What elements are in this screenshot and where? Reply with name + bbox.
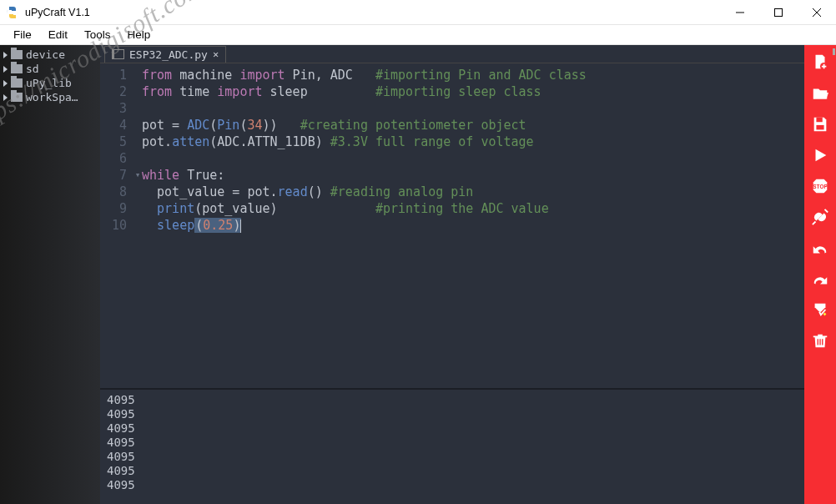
redo-icon[interactable] [808, 266, 833, 291]
sidebar-item-label: device [26, 48, 65, 61]
console-line: 4095 [107, 393, 798, 407]
app-icon [6, 6, 19, 19]
clear-icon[interactable] [808, 328, 833, 353]
folder-icon [11, 50, 23, 59]
maximize-button[interactable] [759, 0, 798, 25]
check-icon[interactable] [808, 297, 833, 322]
console-line: 4095 [107, 407, 798, 421]
tabbar: ESP32_ADC.py ✕ [100, 45, 804, 63]
svg-text:STOP: STOP [813, 184, 828, 189]
expand-arrow-icon [3, 52, 8, 58]
right-toolbar: STOP [804, 45, 836, 504]
open-file-icon[interactable] [808, 81, 833, 106]
fold-column: ▾ [133, 63, 142, 388]
svg-rect-2 [816, 118, 822, 123]
code-editor[interactable]: 12345678910 ▾ from machine import Pin, A… [100, 63, 804, 388]
sidebar-item-sd[interactable]: sd [0, 62, 100, 76]
serial-console[interactable]: 4095409540954095409540954095 [100, 388, 804, 504]
svg-rect-0 [775, 8, 783, 16]
expand-arrow-icon [3, 66, 8, 73]
folder-icon [11, 64, 23, 73]
console-line: 4095 [107, 464, 798, 478]
menu-edit[interactable]: Edit [40, 27, 76, 43]
expand-arrow-icon [3, 80, 8, 87]
menu-help[interactable]: Help [119, 27, 159, 43]
file-icon [112, 49, 124, 59]
stop-icon[interactable]: STOP [808, 174, 833, 199]
titlebar: uPyCraft V1.1 [0, 0, 836, 25]
connect-icon[interactable] [808, 204, 833, 229]
svg-rect-3 [816, 125, 823, 130]
window-title: uPyCraft V1.1 [25, 7, 90, 18]
menu-tools[interactable]: Tools [76, 27, 119, 43]
folder-icon [11, 93, 23, 102]
console-line: 4095 [107, 478, 798, 492]
sidebar: devicesduPy_libworkSpa… [0, 45, 100, 504]
close-button[interactable] [798, 0, 836, 25]
toolbar-scroll-indicator [833, 48, 835, 55]
sidebar-item-label: sd [26, 63, 39, 75]
minimize-button[interactable] [721, 0, 759, 25]
code-area[interactable]: from machine import Pin, ADC #importing … [142, 63, 804, 388]
expand-arrow-icon [3, 94, 8, 101]
menubar: File Edit Tools Help [0, 25, 836, 45]
tab-filename: ESP32_ADC.py [129, 48, 208, 61]
save-icon[interactable] [808, 112, 833, 137]
tab-file[interactable]: ESP32_ADC.py ✕ [104, 46, 226, 63]
sidebar-item-label: uPy_lib [26, 77, 72, 89]
new-file-icon[interactable] [808, 50, 833, 75]
tab-close-icon[interactable]: ✕ [213, 48, 219, 60]
sidebar-item-device[interactable]: device [0, 48, 100, 62]
sidebar-item-workSpa[interactable]: workSpa… [0, 90, 100, 104]
menu-file[interactable]: File [5, 27, 40, 43]
run-icon[interactable] [808, 143, 833, 168]
folder-icon [11, 78, 23, 88]
line-gutter: 12345678910 [100, 63, 133, 388]
undo-icon[interactable] [808, 235, 833, 260]
console-line: 4095 [107, 421, 798, 436]
console-line: 4095 [107, 436, 798, 450]
sidebar-item-label: workSpa… [26, 91, 78, 103]
sidebar-item-uPy_lib[interactable]: uPy_lib [0, 76, 100, 90]
console-line: 4095 [107, 450, 798, 464]
